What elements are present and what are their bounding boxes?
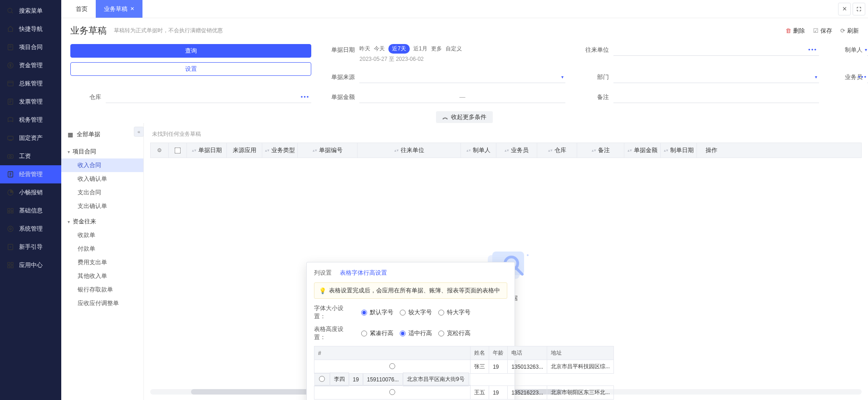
- sample-table: # 姓名 年龄 电话 地址 张三 19 13501326​3... 北京市昌平科…: [314, 346, 614, 400]
- fund-icon: [6, 61, 15, 69]
- filter-maker: 制单人 ▾: [832, 44, 859, 63]
- modal-tab-font[interactable]: 表格字体行高设置: [340, 269, 387, 277]
- content: ▦ 全部单据 « ▾项目合同 收入合同 收入确认单 支出合同 支出确认单 ▾资金…: [61, 123, 868, 400]
- query-button[interactable]: 查询: [70, 44, 311, 58]
- ledger-icon: [6, 79, 15, 88]
- sidebar-item-home[interactable]: 快捷导航: [0, 20, 61, 38]
- list-item[interactable]: 支出确认单: [61, 199, 143, 213]
- sidebar-item-system[interactable]: 系统管理: [0, 220, 61, 238]
- col-sales[interactable]: ▴▾业务员: [496, 143, 537, 158]
- close-all-button[interactable]: ✕: [838, 3, 851, 15]
- tab-home[interactable]: 首页: [68, 0, 96, 18]
- radio-height-medium[interactable]: 适中行高: [400, 329, 432, 337]
- setting-button[interactable]: 设置: [70, 62, 311, 76]
- col-doc-no[interactable]: ▴▾单据编号: [298, 143, 358, 158]
- sidebar-item-fund[interactable]: 资金管理: [0, 56, 61, 74]
- chip-7days[interactable]: 近7天: [388, 44, 410, 54]
- sidebar-item-manage[interactable]: 经营管理: [0, 165, 61, 183]
- sidebar-item-invoice[interactable]: 发票管理: [0, 93, 61, 111]
- col-partner[interactable]: ▴▾往来单位: [358, 143, 461, 158]
- sidebar: 搜索菜单 快捷导航 项目合同 资金管理 总账管理 发票管理 税务管理 固定资产: [0, 0, 61, 400]
- category-title: ▦ 全部单据: [61, 128, 143, 144]
- radio-height-compact[interactable]: 紧凑行高: [361, 329, 393, 337]
- list-item[interactable]: 其他收入单: [61, 269, 143, 283]
- sidebar-item-search[interactable]: 搜索菜单: [0, 2, 61, 20]
- chevron-down-icon: ▾: [815, 74, 817, 79]
- source-select[interactable]: ▾: [359, 71, 565, 83]
- select-all-checkbox[interactable]: [169, 143, 187, 158]
- fullscreen-button[interactable]: [853, 3, 865, 15]
- list-item[interactable]: 收入确认单: [61, 172, 143, 186]
- sidebar-item-apps[interactable]: 应用中心: [0, 256, 61, 274]
- svg-rect-15: [8, 208, 10, 211]
- collapse-filters[interactable]: ︽收起更多条件: [436, 111, 493, 123]
- list-item[interactable]: 银行存取款单: [61, 283, 143, 296]
- group-toggle[interactable]: ▾资金往来: [61, 215, 143, 228]
- chip-more[interactable]: 更多: [431, 45, 442, 53]
- col-amount[interactable]: ▴▾单据金额: [624, 143, 661, 158]
- sidebar-item-base[interactable]: 基础信息: [0, 202, 61, 220]
- sidebar-item-project[interactable]: 项目合同: [0, 38, 61, 56]
- modal-tabs: 列设置 表格字体行高设置: [314, 269, 507, 277]
- sidebar-item-report[interactable]: 小畅报销: [0, 183, 61, 202]
- grid-icon: ▦: [68, 131, 73, 138]
- table-row[interactable]: 张三 19 13501326​3... 北京市昌平科技园区综...: [314, 360, 614, 374]
- refresh-button[interactable]: ⟳刷新: [840, 27, 859, 35]
- refresh-icon: ⟳: [840, 27, 845, 34]
- sidebar-item-ledger[interactable]: 总账管理: [0, 74, 61, 93]
- category-group-fund: ▾资金往来 收款单 付款单 费用支出单 其他收入单 银行存取款单 应收应付调整单: [61, 214, 143, 311]
- list-item[interactable]: 费用支出单: [61, 256, 143, 269]
- chip-custom[interactable]: 自定义: [446, 45, 462, 53]
- modal-tab-columns[interactable]: 列设置: [314, 269, 332, 277]
- col-remark[interactable]: ▴▾备注: [577, 143, 624, 158]
- list-item[interactable]: 付款单: [61, 242, 143, 256]
- delete-button[interactable]: 🗑删除: [785, 27, 805, 35]
- col-create-date[interactable]: ▴▾制单日期: [661, 143, 697, 158]
- list-item[interactable]: 支出合同: [61, 186, 143, 199]
- radio-font-default[interactable]: 默认字号: [361, 308, 393, 316]
- list-item[interactable]: 收款单: [61, 228, 143, 242]
- manage-icon: [6, 170, 15, 178]
- col-maker[interactable]: ▴▾制单人: [461, 143, 496, 158]
- chip-yesterday[interactable]: 昨天: [359, 45, 370, 53]
- partner-select[interactable]: •••: [613, 44, 819, 56]
- dept-select[interactable]: ▾: [613, 71, 819, 83]
- base-icon: [6, 207, 15, 215]
- col-warehouse[interactable]: ▴▾仓库: [537, 143, 577, 158]
- home-icon: [6, 25, 15, 33]
- radio-font-large[interactable]: 较大字号: [400, 308, 432, 316]
- save-button[interactable]: ☑保存: [813, 27, 832, 35]
- col-doc-date[interactable]: ▴▾单据日期: [187, 143, 227, 158]
- list-item[interactable]: 应收应付调整单: [61, 296, 143, 310]
- sidebar-item-salary[interactable]: 工资: [0, 147, 61, 165]
- sidebar-item-asset[interactable]: 固定资产: [0, 129, 61, 147]
- svg-point-12: [10, 156, 11, 158]
- tab-draft[interactable]: 业务草稿 ✕: [96, 0, 142, 18]
- chip-today[interactable]: 今天: [374, 45, 385, 53]
- chip-1month[interactable]: 近1月: [413, 45, 427, 53]
- radio-height-loose[interactable]: 宽松行高: [438, 329, 471, 337]
- warehouse-select[interactable]: •••: [106, 91, 311, 103]
- svg-point-19: [10, 228, 11, 230]
- svg-point-22: [10, 247, 10, 247]
- gear-icon[interactable]: ⚙: [151, 143, 169, 158]
- filter-amount: 单据金额 —: [324, 91, 565, 103]
- row-radio[interactable]: [389, 389, 395, 395]
- row-radio[interactable]: [389, 363, 395, 369]
- group-toggle[interactable]: ▾项目合同: [61, 145, 143, 158]
- table-row[interactable]: 王五 19 13521622​3... 北京市朝阳区东三环北...: [314, 386, 614, 400]
- svg-rect-26: [11, 266, 13, 268]
- col-source-app[interactable]: 来源应用: [227, 143, 262, 158]
- list-item[interactable]: 收入合同: [61, 158, 143, 172]
- close-icon[interactable]: ✕: [130, 6, 134, 12]
- sidebar-item-tax[interactable]: 税务管理: [0, 111, 61, 129]
- chevron-down-icon: ▾: [68, 149, 70, 154]
- table-row[interactable]: 李四 19 15911007​6... 北京市昌平区南大街9号: [314, 374, 471, 385]
- remark-input[interactable]: [613, 91, 819, 103]
- collapse-panel-button[interactable]: «: [134, 127, 144, 137]
- radio-font-xlarge[interactable]: 特大字号: [438, 308, 471, 316]
- sidebar-item-guide[interactable]: 新手引导: [0, 238, 61, 256]
- row-radio[interactable]: [319, 376, 325, 382]
- table-header: ⚙ ▴▾单据日期 来源应用 ▴▾业务类型 ▴▾单据编号 ▴▾往来单位 ▴▾制单人…: [150, 143, 862, 158]
- col-biz-type[interactable]: ▴▾业务类型: [262, 143, 298, 158]
